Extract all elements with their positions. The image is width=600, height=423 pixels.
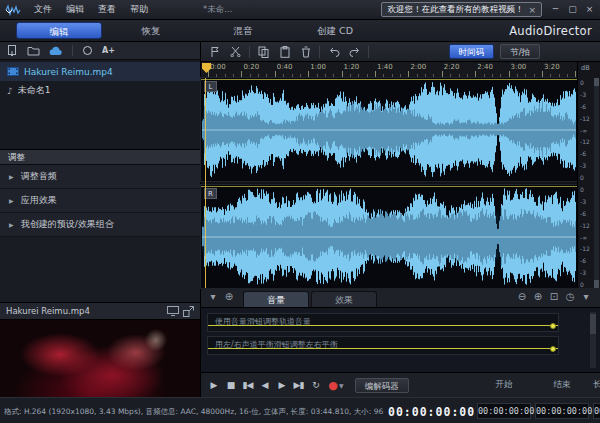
waveform-left[interactable] (202, 79, 576, 180)
zoom-fit-icon[interactable]: ⊡ (546, 288, 562, 306)
menu-view[interactable]: 查看 (91, 0, 123, 19)
db-tick-label: -6 (580, 150, 586, 157)
volume-envelope-lane[interactable]: 使用音量滑钮调整轨道音量 (207, 313, 559, 332)
add-keyframe-icon[interactable]: ⊕ (221, 288, 237, 306)
record-audio-icon[interactable] (82, 45, 93, 56)
list-item-audio[interactable]: ♪ 未命名1 (0, 81, 200, 100)
db-tick-label: -12 (580, 138, 590, 145)
timecode-button[interactable]: 时间码 (449, 44, 495, 59)
beats-button[interactable]: 节/拍 (500, 44, 540, 59)
stop-button[interactable]: ■ (222, 380, 239, 390)
db-header-label: dB (581, 64, 590, 72)
toolbar-divider (72, 45, 73, 56)
media-info-text: 格式: H.264 (1920x1080, 3.43 Mbps), 音频信息: … (4, 407, 384, 417)
my-presets-item[interactable]: ▶ 我创建的预设/效果组合 (0, 213, 200, 237)
record-options-caret-icon[interactable]: ▼ (339, 382, 344, 389)
waveform-right[interactable] (202, 186, 576, 287)
db-tick-label: -3 (580, 269, 586, 276)
menu-file[interactable]: 文件 (27, 0, 59, 19)
copy-icon[interactable] (256, 45, 271, 59)
envelope-line[interactable] (208, 325, 558, 326)
go-to-start-button[interactable]: ▮◀ (239, 380, 256, 390)
envelope-keyframe-dot[interactable] (550, 323, 556, 329)
envelope-scrollbar[interactable] (590, 312, 596, 368)
playhead-line (205, 78, 206, 288)
db-tick-label: -12 (580, 245, 590, 252)
zoom-time-icon[interactable]: ◷ (562, 288, 578, 306)
start-time-field[interactable]: 00:00:00:00 (477, 403, 531, 419)
undo-icon[interactable] (326, 45, 341, 59)
db-tick-label: 0 (580, 79, 584, 86)
adjust-audio-item[interactable]: ▶ 调整音频 (0, 165, 200, 189)
import-folder-icon[interactable] (27, 45, 40, 56)
tab-restore[interactable]: 恢复 (108, 22, 194, 39)
import-media-icon[interactable] (7, 45, 18, 57)
preview-title: Hakurei Reimu.mp4 (6, 306, 90, 316)
zoom-in-icon[interactable]: ⊕ (530, 288, 546, 306)
preview-monitor-icon[interactable] (167, 306, 179, 316)
delete-icon[interactable] (298, 45, 313, 59)
ruler-time-label: 0:00 (210, 63, 226, 71)
maximize-button[interactable]: ▢ (564, 0, 581, 19)
menu-edit[interactable]: 编辑 (59, 0, 91, 19)
loop-button[interactable]: ↻ (307, 380, 324, 390)
close-button[interactable]: × (581, 0, 598, 19)
tab-create-cd[interactable]: 创建 CD (292, 22, 378, 39)
audio-file-icon: ♪ (7, 86, 13, 96)
menu-help[interactable]: 帮助 (123, 0, 155, 19)
ruler-time-label: 1:40 (377, 63, 393, 71)
tab-edit[interactable]: 编辑 (16, 22, 102, 39)
expand-arrow-icon: ▶ (9, 221, 14, 228)
zoom-out-icon[interactable]: ⊖ (514, 288, 530, 306)
vertical-zoom-scrollbar[interactable] (594, 78, 599, 288)
cloud-download-icon[interactable] (49, 46, 63, 56)
preview-detach-icon[interactable] (183, 306, 194, 317)
step-forward-button[interactable]: ▶ (273, 380, 290, 390)
volume-envelope-line[interactable] (201, 79, 577, 80)
pan-envelope-lane[interactable]: 用左/右声道平衡滑钮调整左右平衡 (207, 336, 559, 355)
audio-track-left[interactable]: L (201, 78, 577, 181)
ruler-time-label: 1:20 (344, 63, 360, 71)
file-name: Hakurei Reimu.mp4 (24, 67, 113, 77)
timeline-ruler[interactable]: 0:000:200:401:001:201:402:002:202:403:00… (201, 62, 577, 78)
ruler-time-label: 3:20 (544, 63, 560, 71)
envelope-keyframe-dot[interactable] (550, 346, 556, 352)
end-time-field[interactable]: 00:00:00:00 (535, 403, 589, 419)
text-to-speech-icon[interactable]: A+ (102, 46, 115, 55)
video-preview-thumbnail[interactable] (0, 320, 200, 397)
track-options-icon[interactable]: ▾ (205, 288, 221, 306)
go-to-end-button[interactable]: ▶▮ (290, 380, 307, 390)
marker-icon[interactable] (207, 45, 222, 59)
volume-envelope-line[interactable] (201, 186, 577, 187)
envelope-line[interactable] (208, 348, 558, 349)
list-item-video[interactable]: Hakurei Reimu.mp4 (0, 62, 200, 81)
title-bar: 文件 编辑 查看 帮助 *未命... 欢迎您！在此查看所有的教程视频！ × ─ … (0, 0, 600, 20)
tab-mix[interactable]: 混音 (200, 22, 286, 39)
step-back-button[interactable]: ◀ (256, 380, 273, 390)
zoom-controls: ⊖⊕⊡◷▾ (514, 287, 594, 307)
minimize-button[interactable]: ─ (547, 0, 564, 19)
length-time-field[interactable]: 00:03:44:19 (593, 403, 600, 419)
preview-header: Hakurei Reimu.mp4 (0, 303, 200, 320)
status-bar: 格式: H.264 (1920x1080, 3.43 Mbps), 音频信息: … (0, 397, 600, 423)
db-tick-label: -6 (580, 257, 586, 264)
db-tick-label: 0 (580, 186, 584, 193)
apply-effects-item[interactable]: ▶ 应用效果 (0, 189, 200, 213)
notification-close-icon[interactable]: × (528, 5, 536, 15)
media-file-list: Hakurei Reimu.mp4 ♪ 未命名1 (0, 60, 200, 150)
tab-volume[interactable]: 音量 (243, 291, 309, 307)
play-button[interactable]: ▶ (205, 380, 222, 390)
audio-track-right[interactable]: R (201, 185, 577, 288)
notification-toast[interactable]: 欢迎您！在此查看所有的教程视频！ × (381, 2, 542, 17)
redo-icon[interactable] (347, 45, 362, 59)
codec-button[interactable]: 编解码器 (355, 378, 409, 393)
paste-icon[interactable] (277, 45, 292, 59)
tab-effects[interactable]: 效果 (311, 291, 377, 307)
window-controls: ─ ▢ × (547, 0, 598, 19)
split-icon[interactable] (228, 45, 243, 59)
adjust-item-label: 调整音频 (21, 170, 57, 183)
view-options-icon[interactable]: ▾ (578, 288, 594, 306)
db-tick-label: -12 (580, 114, 590, 121)
ruler-time-label: 2:20 (444, 63, 460, 71)
envelope-area: 使用音量滑钮调整轨道音量 用左/右声道平衡滑钮调整左右平衡 (201, 308, 600, 372)
